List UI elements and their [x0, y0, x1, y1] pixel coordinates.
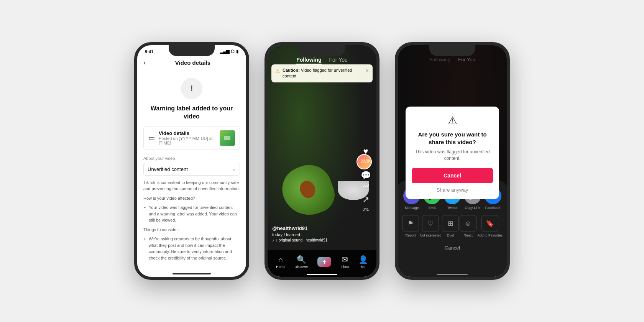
dialog-cancel-button[interactable]: Cancel: [412, 168, 493, 183]
dialog-share-button[interactable]: Share anyway: [412, 187, 493, 193]
statusbar-1: 9:41 ▂▄▆ ⬡ ▮: [137, 45, 246, 56]
phone-3: Following For You ⚠ Are you sure you wan…: [395, 42, 510, 280]
report-label: Report: [406, 233, 416, 237]
video-card-title: Video details: [159, 130, 216, 136]
favorites-label: Add to Favorites: [477, 233, 503, 237]
nav-me-label: Me: [361, 265, 366, 269]
page-title: Video details: [146, 59, 240, 66]
consider-label: Things to consider:: [143, 227, 240, 233]
description-text: TikTok is committed to keeping our commu…: [143, 179, 240, 192]
comment-count: 359: [363, 183, 369, 187]
nav-create[interactable]: +: [317, 257, 331, 267]
copy-link-label: Copy Link: [465, 206, 480, 210]
phone1-screen: 9:41 ▂▄▆ ⬡ ▮ ‹ Video details ! Warning l…: [137, 45, 246, 277]
phone1-header: ‹ Video details: [137, 56, 246, 70]
share-button[interactable]: ↗ 341: [359, 193, 373, 212]
side-actions: ♥ 20.9K 💬 359 ↗ 341: [359, 145, 373, 212]
inbox-icon: ✉: [342, 255, 348, 264]
about-label: About your video: [143, 156, 240, 161]
search-icon: 🔍: [297, 255, 306, 264]
share-actions-row: ⚑ Report ♡ Not interested ⊞ Duet ☺ React…: [402, 215, 503, 237]
twitter-label: Twitter: [447, 206, 458, 210]
action-report[interactable]: ⚑ Report: [402, 215, 419, 237]
time-display: 9:41: [145, 49, 153, 54]
creator-name[interactable]: @healthwrld91: [272, 225, 353, 231]
react-label: React: [464, 233, 473, 237]
nav-discover[interactable]: 🔍 Discover: [295, 255, 308, 269]
tab-for-you[interactable]: For You: [329, 57, 348, 64]
nav-discover-label: Discover: [295, 265, 308, 269]
status-icons: ▂▄▆ ⬡ ▮: [220, 49, 238, 54]
caution-close-button[interactable]: ×: [366, 67, 369, 74]
dialog-warning-icon: ⚠: [412, 114, 493, 127]
heart-icon: ♥: [359, 145, 373, 158]
dropdown-value: Unverified content: [148, 166, 188, 172]
sms-label: SMS: [428, 206, 436, 210]
sheet-cancel-button[interactable]: Cancel: [402, 242, 503, 254]
comment-button[interactable]: 💬 359: [359, 169, 373, 187]
nav-me[interactable]: 👤 Me: [358, 255, 368, 269]
not-interested-label: Not interested: [420, 233, 441, 237]
action-duet[interactable]: ⊞ Duet: [442, 215, 459, 237]
nav-home-label: Home: [276, 265, 285, 269]
home-indicator: [172, 273, 211, 274]
bottom-nav: ⌂ Home 🔍 Discover + ✉ Inbox 👤 Me: [268, 250, 376, 277]
signal-icon: ▂▄▆: [220, 49, 229, 54]
nav-inbox-label: Inbox: [340, 265, 349, 269]
caution-text: Caution: Video flagged for unverified co…: [283, 67, 363, 79]
comment-icon: 💬: [359, 169, 373, 182]
music-icon: ♪: [272, 238, 274, 242]
sound-info: ♪ ♪ original sound · healthwrld91: [272, 238, 353, 242]
dialog-subtitle: This video was flagged for unverified co…: [412, 149, 493, 162]
content-type-dropdown[interactable]: Unverified content ⌄: [143, 163, 240, 176]
tab-following[interactable]: Following: [296, 57, 321, 64]
nav-inbox[interactable]: ✉ Inbox: [340, 255, 349, 269]
phone3-screen: Following For You ⚠ Are you sure you wan…: [398, 45, 507, 277]
profile-icon: 👤: [358, 255, 368, 264]
phone-2: Following For You ⚠ Caution: Video flagg…: [264, 42, 380, 280]
bullet-2: We're asking creators to be thoughtful a…: [143, 236, 240, 261]
like-button[interactable]: ♥ 20.9K: [359, 145, 373, 163]
bullet-1: Your video was flagged for unverified co…: [143, 204, 240, 223]
message-label: Message: [405, 206, 419, 210]
report-icon: ⚑: [402, 215, 419, 232]
not-interested-icon: ♡: [422, 215, 439, 232]
caution-banner: ⚠ Caution: Video flagged for unverified …: [271, 64, 373, 82]
wifi-icon: ⬡: [231, 49, 235, 54]
home-indicator-3: [437, 274, 468, 275]
battery-icon: ▮: [236, 49, 238, 54]
video-thumbnail: [220, 130, 235, 146]
how-affected-label: How is your video affected?: [143, 195, 240, 202]
video-caption: today I learned...: [272, 232, 353, 237]
like-count: 20.9K: [361, 159, 371, 163]
action-react[interactable]: ☺ React: [460, 215, 476, 237]
react-icon: ☺: [460, 215, 476, 232]
video-card-date: Posted on [YYYY-MM-DD] at [TIME]: [159, 136, 216, 145]
feed-tabs: Following For You: [268, 57, 376, 64]
share-icon: ↗: [359, 193, 373, 207]
action-not-interested[interactable]: ♡ Not interested: [420, 215, 441, 237]
favorites-icon: 🔖: [481, 215, 498, 232]
warning-icon: !: [181, 78, 202, 99]
phone-1: 9:41 ▂▄▆ ⬡ ▮ ‹ Video details ! Warning l…: [134, 42, 249, 280]
home-indicator-2: [307, 274, 337, 275]
phone1-body: ! Warning label added to your video ▭ Vi…: [137, 70, 246, 272]
home-icon: ⌂: [278, 255, 283, 264]
duet-label: Duet: [447, 233, 454, 237]
caution-triangle-icon: ⚠: [275, 68, 280, 74]
nav-home[interactable]: ⌂ Home: [276, 255, 285, 269]
sound-name: ♪ original sound · healthwrld91: [276, 238, 327, 242]
chevron-down-icon: ⌄: [232, 166, 236, 172]
video-card-icon: ▭: [148, 134, 155, 142]
action-add-favorites[interactable]: 🔖 Add to Favorites: [477, 215, 503, 237]
dialog-title: Are you sure you want to share this vide…: [412, 131, 493, 146]
confirm-dialog: ⚠ Are you sure you want to share this vi…: [406, 107, 499, 199]
video-info: @healthwrld91 today I learned... ♪ ♪ ori…: [272, 225, 353, 242]
warning-title: Warning label added to your video: [143, 105, 240, 121]
create-button[interactable]: +: [317, 257, 331, 267]
share-count: 341: [363, 207, 369, 212]
video-details-card[interactable]: ▭ Video details Posted on [YYYY-MM-DD] a…: [143, 126, 240, 150]
video-card-info: Video details Posted on [YYYY-MM-DD] at …: [159, 130, 216, 145]
facebook-label: Facebook: [485, 206, 501, 210]
phone2-screen: Following For You ⚠ Caution: Video flagg…: [268, 45, 376, 277]
